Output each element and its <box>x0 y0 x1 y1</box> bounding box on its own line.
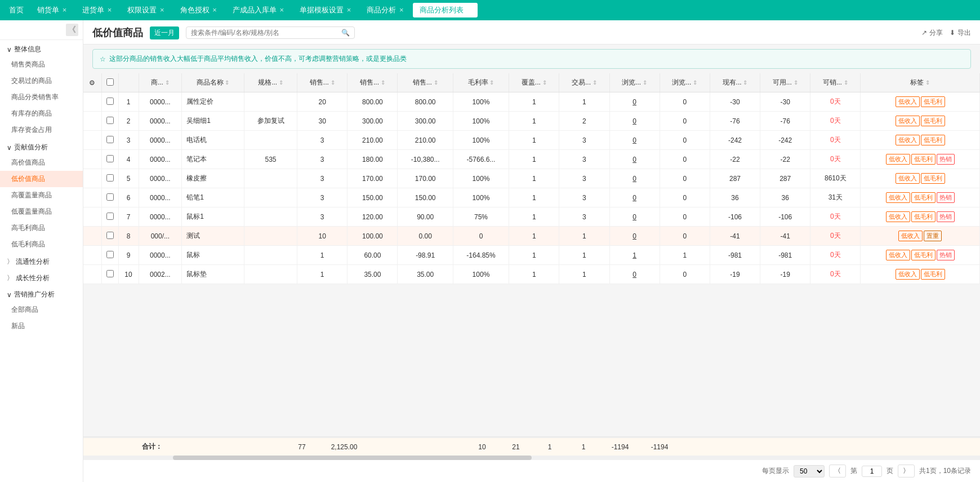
sidebar-item-lowvalue[interactable]: 低价值商品 <box>0 171 83 187</box>
cell-checkbox[interactable] <box>101 207 118 227</box>
horizontal-scrollbar[interactable] <box>83 456 980 460</box>
prev-page-button[interactable]: 〈 <box>829 465 846 477</box>
col-available[interactable]: 可用... <box>760 73 810 92</box>
sidebar-group-liquidity[interactable]: 〉 流通性分析 <box>0 253 83 269</box>
row-checkbox[interactable] <box>106 136 114 143</box>
row-checkbox[interactable] <box>106 155 114 162</box>
cell-view1[interactable]: 0 <box>609 265 660 284</box>
page-size-select[interactable]: 50 100 200 <box>794 465 825 477</box>
sidebar-group-contribution[interactable]: ∨ 贡献值分析 <box>0 138 83 154</box>
col-checkbox[interactable] <box>101 73 118 92</box>
cell-view1[interactable]: 0 <box>609 112 660 131</box>
cell-checkbox[interactable] <box>101 188 118 207</box>
row-checkbox[interactable] <box>106 232 114 239</box>
sidebar-collapse-button[interactable]: 《 <box>66 24 78 36</box>
nav-item-productinstock[interactable]: 产成品入库单 × <box>226 3 291 17</box>
sidebar-group-overall[interactable]: ∨ 整体信息 <box>0 40 83 56</box>
nav-item-roleauth[interactable]: 角色授权 × <box>173 3 224 17</box>
sidebar-item-hasstockproduct[interactable]: 有库存的商品 <box>0 105 83 122</box>
time-filter-button[interactable]: 近一月 <box>150 26 179 39</box>
col-sales-qty[interactable]: 销售... <box>297 73 348 92</box>
sidebar-item-newproduct[interactable]: 新品 <box>0 318 83 334</box>
view1-link[interactable]: 0 <box>632 232 636 240</box>
nav-close-permission[interactable]: × <box>160 6 164 14</box>
nav-item-templateset[interactable]: 单据模板设置 × <box>293 3 358 17</box>
nav-close-purchaseorder[interactable]: × <box>108 6 112 14</box>
col-spec[interactable]: 规格... <box>244 73 297 92</box>
nav-close-roleauth[interactable]: × <box>212 6 217 14</box>
view1-link[interactable]: 0 <box>632 98 636 106</box>
cell-view1[interactable]: 0 <box>609 131 660 150</box>
nav-close-salesorder[interactable]: × <box>63 6 67 14</box>
nav-close-productanalysislist[interactable]: × <box>466 6 471 14</box>
nav-item-productanalysislist[interactable]: 商品分析列表 × <box>413 3 478 17</box>
cell-view1[interactable]: 0 <box>609 227 660 246</box>
col-sales-amt[interactable]: 销售... <box>348 73 398 92</box>
cell-checkbox[interactable] <box>101 246 118 265</box>
sidebar-item-lowmargin[interactable]: 低毛利商品 <box>0 236 83 253</box>
sidebar-item-stockfundoccupy[interactable]: 库存资金占用 <box>0 122 83 138</box>
row-checkbox[interactable] <box>106 117 114 124</box>
col-sellable[interactable]: 可销... <box>810 73 861 92</box>
col-view1[interactable]: 浏览... <box>609 73 660 92</box>
view1-link[interactable]: 0 <box>632 194 636 202</box>
sidebar-item-lowcoverage[interactable]: 低覆盖量商品 <box>0 204 83 220</box>
export-button[interactable]: ⬇ 导出 <box>950 28 971 38</box>
row-checkbox[interactable] <box>106 251 114 258</box>
view1-link[interactable]: 0 <box>632 271 636 278</box>
view1-link[interactable]: 0 <box>632 213 636 221</box>
share-button[interactable]: ↗ 分享 <box>921 28 943 38</box>
select-all-checkbox[interactable] <box>106 78 114 86</box>
nav-close-productinstock[interactable]: × <box>280 6 284 14</box>
cell-checkbox[interactable] <box>101 227 118 246</box>
col-sales-cost[interactable]: 销售... <box>398 73 453 92</box>
view1-link[interactable]: 0 <box>632 117 636 125</box>
col-coverage[interactable]: 覆盖... <box>509 73 559 92</box>
cell-view1[interactable]: 0 <box>609 150 660 169</box>
cell-checkbox[interactable] <box>101 92 118 112</box>
nav-item-salesorder[interactable]: 销货单 × <box>30 3 73 17</box>
sidebar-item-allproduct[interactable]: 全部商品 <box>0 302 83 318</box>
nav-close-templateset[interactable]: × <box>347 6 351 14</box>
cell-view1[interactable]: 0 <box>609 92 660 112</box>
next-page-button[interactable]: 〉 <box>898 465 915 477</box>
nav-item-permission[interactable]: 权限设置 × <box>121 3 171 17</box>
cell-view1[interactable]: 0 <box>609 207 660 227</box>
nav-close-productanalysis[interactable]: × <box>399 6 404 14</box>
row-checkbox[interactable] <box>106 174 114 182</box>
view1-link[interactable]: 0 <box>632 175 636 183</box>
row-checkbox[interactable] <box>106 98 114 105</box>
view1-link[interactable]: 1 <box>632 251 636 259</box>
cell-checkbox[interactable] <box>101 112 118 131</box>
nav-home[interactable]: 首页 <box>5 3 28 17</box>
sidebar-item-salescategory[interactable]: 销售类商品 <box>0 56 83 73</box>
col-name[interactable]: 商品名称 <box>182 73 244 92</box>
sidebar-group-growth[interactable]: 〉 成长性分析 <box>0 269 83 285</box>
col-margin[interactable]: 毛利率 <box>453 73 509 92</box>
sidebar-group-marketing[interactable]: ∨ 营销推广分析 <box>0 285 83 302</box>
sidebar-item-highvalue[interactable]: 高价值商品 <box>0 154 83 171</box>
view1-link[interactable]: 0 <box>632 136 636 144</box>
col-trade[interactable]: 交易... <box>559 73 609 92</box>
scrollbar-thumb[interactable] <box>173 456 532 460</box>
nav-item-purchaseorder[interactable]: 进货单 × <box>75 3 118 17</box>
col-view2[interactable]: 浏览... <box>660 73 710 92</box>
sidebar-item-highmargin[interactable]: 高毛利商品 <box>0 220 83 236</box>
search-icon[interactable]: 🔍 <box>341 29 350 37</box>
cell-view1[interactable]: 1 <box>609 246 660 265</box>
row-checkbox[interactable] <box>106 213 114 220</box>
col-stock[interactable]: 现有... <box>710 73 760 92</box>
sidebar-item-highcoverage[interactable]: 高覆盖量商品 <box>0 187 83 204</box>
cell-checkbox[interactable] <box>101 131 118 150</box>
cell-checkbox[interactable] <box>101 265 118 284</box>
row-checkbox[interactable] <box>106 193 114 201</box>
row-checkbox[interactable] <box>106 270 114 277</box>
view1-link[interactable]: 0 <box>632 156 636 163</box>
col-code[interactable]: 商... <box>139 73 182 92</box>
cell-checkbox[interactable] <box>101 169 118 188</box>
sidebar-item-categorysalesrate[interactable]: 商品分类销售率 <box>0 89 83 105</box>
cell-view1[interactable]: 0 <box>609 188 660 207</box>
current-page-input[interactable] <box>862 466 882 477</box>
col-tags[interactable]: 标签 <box>861 73 980 92</box>
sidebar-item-tradedproduct[interactable]: 交易过的商品 <box>0 73 83 89</box>
